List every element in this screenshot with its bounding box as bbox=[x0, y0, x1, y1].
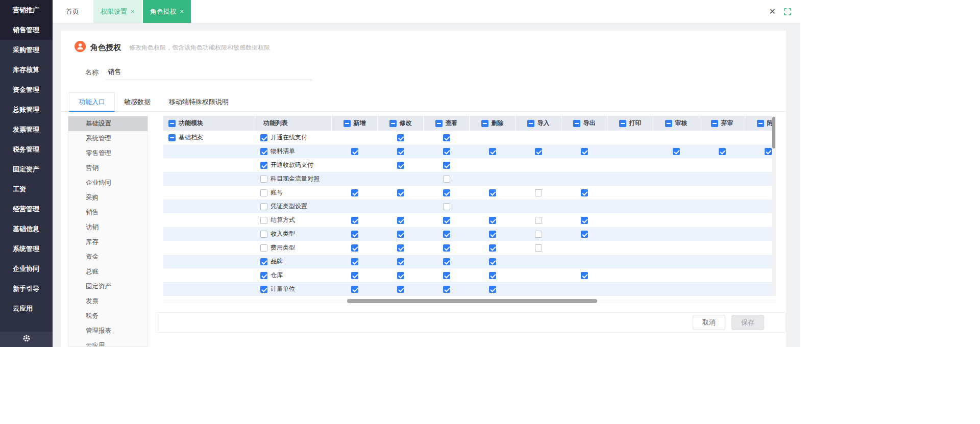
sidebar-item[interactable]: 经营管理 bbox=[0, 199, 53, 219]
feature-checkbox[interactable] bbox=[260, 203, 267, 210]
permission-checkbox[interactable] bbox=[443, 189, 450, 196]
permission-checkbox[interactable] bbox=[581, 148, 588, 155]
permission-checkbox[interactable] bbox=[765, 148, 772, 155]
sidebar-item[interactable]: 总账管理 bbox=[0, 99, 53, 119]
sidebar-settings-button[interactable] bbox=[0, 332, 53, 347]
module-checkbox[interactable] bbox=[168, 134, 176, 141]
module-list-item[interactable]: 发票 bbox=[68, 294, 148, 309]
sidebar-item[interactable]: 企业协同 bbox=[0, 259, 53, 279]
feature-checkbox[interactable] bbox=[260, 272, 267, 279]
save-button[interactable]: 保存 bbox=[731, 315, 764, 330]
perm-header-checkbox[interactable] bbox=[711, 120, 718, 127]
permission-checkbox[interactable] bbox=[535, 231, 542, 238]
function-tab[interactable]: 移动端特殊权限说明 bbox=[160, 92, 238, 111]
permission-checkbox[interactable] bbox=[489, 286, 496, 293]
module-list-item[interactable]: 访销 bbox=[68, 220, 148, 235]
sidebar-item[interactable]: 库存核算 bbox=[0, 60, 53, 80]
vertical-scrollbar-thumb[interactable] bbox=[772, 117, 775, 148]
tab-item[interactable]: 权限设置× bbox=[93, 0, 142, 23]
module-list-item[interactable]: 采购 bbox=[68, 190, 148, 205]
feature-checkbox[interactable] bbox=[260, 134, 267, 141]
permission-checkbox[interactable] bbox=[443, 203, 450, 210]
module-list-item[interactable]: 管理报表 bbox=[68, 323, 148, 338]
feature-checkbox[interactable] bbox=[260, 162, 267, 169]
permission-checkbox[interactable] bbox=[443, 148, 450, 155]
tab-item[interactable]: 首页 bbox=[57, 0, 88, 23]
permission-checkbox[interactable] bbox=[397, 258, 404, 265]
perm-header-checkbox[interactable] bbox=[344, 120, 351, 127]
permission-checkbox[interactable] bbox=[443, 272, 450, 279]
function-tab[interactable]: 功能入口 bbox=[69, 92, 115, 112]
sidebar-item[interactable]: 发票管理 bbox=[0, 119, 53, 139]
permission-checkbox[interactable] bbox=[535, 244, 542, 252]
permission-checkbox[interactable] bbox=[489, 189, 496, 196]
permission-checkbox[interactable] bbox=[443, 258, 450, 265]
close-icon[interactable]: ✕ bbox=[769, 8, 776, 16]
module-list-item[interactable]: 系统管理 bbox=[68, 131, 148, 146]
sidebar-item[interactable]: 固定资产 bbox=[0, 159, 53, 179]
permission-checkbox[interactable] bbox=[351, 258, 358, 265]
perm-header-checkbox[interactable] bbox=[435, 120, 443, 127]
perm-header-checkbox[interactable] bbox=[757, 120, 764, 127]
sidebar-item[interactable]: 工资 bbox=[0, 179, 53, 199]
tab-close-icon[interactable]: × bbox=[131, 8, 135, 15]
sidebar-item[interactable]: 税务管理 bbox=[0, 139, 53, 159]
module-list-item[interactable]: 销售 bbox=[68, 205, 148, 220]
permission-checkbox[interactable] bbox=[581, 231, 588, 238]
permission-checkbox[interactable] bbox=[489, 258, 496, 265]
permission-checkbox[interactable] bbox=[489, 231, 496, 238]
permission-checkbox[interactable] bbox=[489, 244, 496, 252]
horizontal-scrollbar-thumb[interactable] bbox=[347, 299, 597, 303]
permission-checkbox[interactable] bbox=[443, 162, 450, 169]
permission-checkbox[interactable] bbox=[489, 217, 496, 224]
sidebar-item[interactable]: 新手引导 bbox=[0, 279, 53, 298]
permission-checkbox[interactable] bbox=[443, 244, 450, 252]
permission-checkbox[interactable] bbox=[397, 189, 404, 196]
vertical-scrollbar[interactable] bbox=[772, 116, 776, 296]
feature-checkbox[interactable] bbox=[260, 231, 267, 238]
name-input[interactable]: 销售 bbox=[106, 67, 312, 80]
permission-checkbox[interactable] bbox=[397, 286, 404, 293]
module-list-item[interactable]: 固定资产 bbox=[68, 279, 148, 294]
module-list-item[interactable]: 库存 bbox=[68, 235, 148, 250]
permission-checkbox[interactable] bbox=[397, 244, 404, 252]
module-list-item[interactable]: 云应用 bbox=[68, 338, 148, 347]
permission-checkbox[interactable] bbox=[351, 272, 358, 279]
permission-checkbox[interactable] bbox=[443, 176, 450, 183]
permission-checkbox[interactable] bbox=[351, 189, 358, 196]
horizontal-scrollbar[interactable] bbox=[163, 299, 776, 303]
permission-checkbox[interactable] bbox=[397, 272, 404, 279]
permission-checkbox[interactable] bbox=[443, 231, 450, 238]
perm-header-checkbox[interactable] bbox=[527, 120, 534, 127]
perm-header-checkbox[interactable] bbox=[573, 120, 580, 127]
module-list-item[interactable]: 基础设置 bbox=[68, 116, 148, 131]
sidebar-item[interactable]: 系统管理 bbox=[0, 239, 53, 259]
permission-checkbox[interactable] bbox=[535, 189, 542, 196]
cancel-button[interactable]: 取消 bbox=[693, 315, 725, 330]
sidebar-item[interactable]: 资金管理 bbox=[0, 80, 53, 99]
module-list-item[interactable]: 营销 bbox=[68, 161, 148, 176]
tab-close-icon[interactable]: × bbox=[180, 8, 184, 15]
permission-checkbox[interactable] bbox=[351, 244, 358, 252]
perm-header-checkbox[interactable] bbox=[481, 120, 488, 127]
permission-checkbox[interactable] bbox=[581, 217, 588, 224]
permission-checkbox[interactable] bbox=[535, 148, 542, 155]
module-list-item[interactable]: 税务 bbox=[68, 309, 148, 323]
module-list-item[interactable]: 企业协同 bbox=[68, 176, 148, 190]
permission-checkbox[interactable] bbox=[535, 217, 542, 224]
function-tab[interactable]: 敏感数据 bbox=[115, 92, 160, 111]
sidebar-item[interactable]: 采购管理 bbox=[0, 40, 53, 60]
tab-active[interactable]: 角色授权× bbox=[143, 0, 191, 23]
permission-checkbox[interactable] bbox=[719, 148, 726, 155]
sidebar-item[interactable]: 基础信息 bbox=[0, 219, 53, 239]
module-list-item[interactable]: 零售管理 bbox=[68, 146, 148, 161]
sidebar-item[interactable]: 云应用 bbox=[0, 298, 53, 318]
feature-checkbox[interactable] bbox=[260, 244, 267, 252]
permission-checkbox[interactable] bbox=[351, 286, 358, 293]
permission-checkbox[interactable] bbox=[397, 231, 404, 238]
permission-checkbox[interactable] bbox=[351, 148, 358, 155]
permission-checkbox[interactable] bbox=[351, 217, 358, 224]
perm-header-checkbox[interactable] bbox=[619, 120, 626, 127]
permission-checkbox[interactable] bbox=[351, 231, 358, 238]
permission-checkbox[interactable] bbox=[397, 134, 404, 141]
